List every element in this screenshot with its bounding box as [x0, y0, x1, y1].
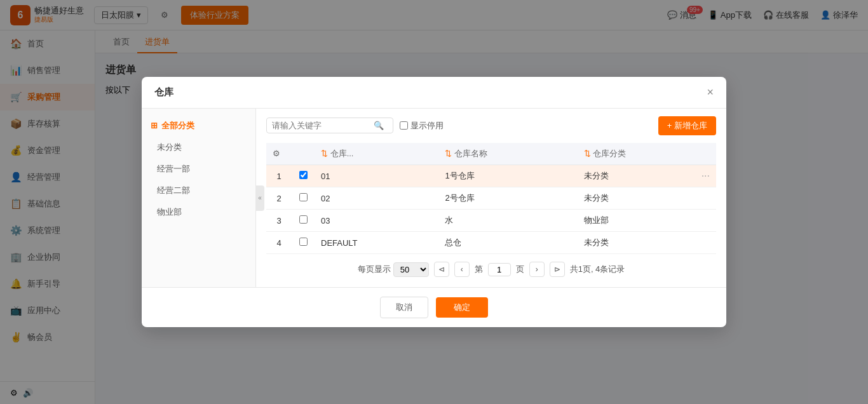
modal-header: 仓库 × — [142, 77, 726, 109]
total-info: 共1页, 4条记录 — [570, 264, 625, 275]
row-checkbox-cell[interactable] — [292, 232, 315, 254]
page-size-selector: 每页显示 50 10 20 100 — [358, 262, 429, 277]
first-page-button[interactable]: ⊲ — [434, 262, 449, 277]
row-checkbox[interactable] — [299, 171, 308, 179]
per-page-label: 每页显示 — [358, 264, 391, 275]
table-row[interactable]: 2 02 2号仓库 未分类 — [266, 187, 716, 210]
search-input-wrap: 🔍 — [266, 118, 393, 133]
search-input[interactable] — [272, 121, 374, 130]
table-row[interactable]: 3 03 水 物业部 — [266, 210, 716, 232]
confirm-button[interactable]: 确定 — [436, 297, 488, 318]
row-code: 01 — [315, 165, 438, 187]
row-category: 物业部 — [578, 210, 716, 232]
modal-footer: 取消 确定 — [142, 287, 726, 327]
row-checkbox[interactable] — [299, 215, 308, 224]
row-checkbox-cell[interactable] — [292, 210, 315, 232]
next-page-button[interactable]: › — [529, 262, 545, 277]
page-suffix: 页 — [516, 264, 524, 275]
table-toolbar: 🔍 显示停用 + 新增仓库 — [266, 116, 716, 135]
row-name: 2号仓库 — [438, 187, 577, 210]
row-category: 未分类 — [578, 232, 716, 254]
tree-collapse-button[interactable]: « — [255, 185, 264, 211]
row-more-button[interactable]: ··· — [702, 170, 710, 182]
row-checkbox[interactable] — [299, 193, 308, 201]
page-label: 第 — [475, 264, 483, 275]
cancel-button[interactable]: 取消 — [380, 297, 428, 318]
search-icon[interactable]: 🔍 — [374, 121, 384, 130]
tree-item-unclassified[interactable]: 未分类 — [142, 137, 255, 158]
row-checkbox-cell[interactable] — [292, 187, 315, 210]
row-category: 未分类 — [578, 187, 716, 210]
table-row[interactable]: 1 01 1号仓库 未分类··· — [266, 165, 716, 187]
tree-all-label: 全部分类 — [161, 120, 194, 131]
show-disabled-label: 显示停用 — [400, 120, 444, 131]
page-input[interactable] — [488, 263, 511, 276]
row-code: 02 — [315, 187, 438, 210]
show-disabled-text: 显示停用 — [410, 120, 444, 131]
row-checkbox-cell[interactable] — [292, 165, 315, 187]
per-page-select[interactable]: 50 10 20 100 — [393, 262, 429, 277]
row-code: 03 — [315, 210, 438, 232]
row-name: 水 — [438, 210, 577, 232]
sort-icon-cat: ⇅ — [584, 149, 591, 158]
row-name: 总仓 — [438, 232, 577, 254]
th-name: ⇅ 仓库名称 — [438, 143, 577, 165]
warehouse-table-panel: 🔍 显示停用 + 新增仓库 ⚙ ⇅ — [256, 109, 726, 288]
modal-title: 仓库 — [154, 86, 173, 98]
pagination: 每页显示 50 10 20 100 ⊲ ‹ 第 页 › ⊳ — [266, 254, 716, 279]
row-checkbox[interactable] — [299, 238, 308, 246]
th-category: ⇅ 仓库分类 — [578, 143, 716, 165]
row-num: 2 — [266, 187, 292, 210]
warehouse-modal: 仓库 × ⊞ 全部分类 未分类 经营一部 经营二部 物业部 « — [142, 77, 726, 328]
modal-overlay: 仓库 × ⊞ 全部分类 未分类 经营一部 经营二部 物业部 « — [0, 0, 868, 404]
tree-item-op1[interactable]: 经营一部 — [142, 158, 255, 180]
row-code: DEFAULT — [315, 232, 438, 254]
row-name: 1号仓库 — [438, 165, 577, 187]
row-num: 1 — [266, 165, 292, 187]
th-settings: ⚙ — [266, 143, 292, 165]
row-num: 3 — [266, 210, 292, 232]
row-category: 未分类··· — [578, 165, 716, 187]
sort-icon-name: ⇅ — [445, 149, 452, 158]
modal-close-button[interactable]: × — [707, 86, 714, 99]
sort-icon: ⇅ — [321, 149, 328, 158]
th-checkbox — [292, 143, 315, 165]
warehouse-table: ⚙ ⇅ 仓库... ⇅ 仓库名称 ⇅ — [266, 143, 716, 255]
row-num: 4 — [266, 232, 292, 254]
grid-icon: ⊞ — [151, 121, 158, 130]
tree-header-all[interactable]: ⊞ 全部分类 — [142, 115, 255, 137]
modal-body: ⊞ 全部分类 未分类 经营一部 经营二部 物业部 « 🔍 — [142, 109, 726, 288]
th-code: ⇅ 仓库... — [315, 143, 438, 165]
last-page-button[interactable]: ⊳ — [550, 262, 565, 277]
prev-page-button[interactable]: ‹ — [454, 262, 470, 277]
tree-item-property[interactable]: 物业部 — [142, 201, 255, 223]
table-row[interactable]: 4 DEFAULT 总仓 未分类 — [266, 232, 716, 254]
tree-item-op2[interactable]: 经营二部 — [142, 180, 255, 201]
show-disabled-checkbox[interactable] — [400, 121, 408, 130]
category-tree-panel: ⊞ 全部分类 未分类 经营一部 经营二部 物业部 « — [142, 109, 256, 288]
add-warehouse-button[interactable]: + 新增仓库 — [658, 116, 716, 135]
